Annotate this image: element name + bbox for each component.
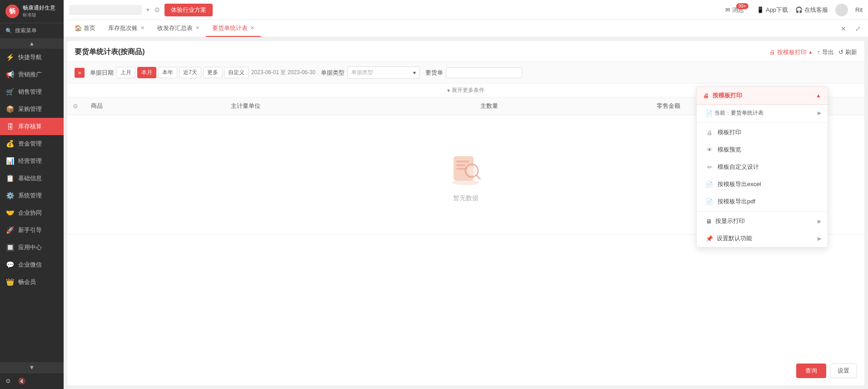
dropdown-display-print[interactable]: 🖥 按显示打印 ▶ [697, 212, 828, 230]
sidebar-item-marketing[interactable]: 📢 营销推广 [0, 66, 64, 83]
display-print-label: 按显示打印 [715, 217, 745, 225]
tab-inventory-batch-close[interactable]: ✕ [140, 25, 145, 31]
date-btn-last-month[interactable]: 上月 [116, 67, 135, 78]
template-print-btn[interactable]: 🖨 按模板打印 ▲ [769, 48, 813, 56]
date-btn-this-month[interactable]: 本月 [137, 67, 156, 78]
query-btn[interactable]: 查询 [796, 364, 826, 378]
sound-icon[interactable]: 🔇 [18, 378, 25, 384]
content-area: 要货单统计表(按商品) 🖨 按模板打印 ▲ ↑ 导出 ↺ 刷新 » [67, 41, 864, 385]
tab-order-stats-close[interactable]: ✕ [250, 25, 254, 31]
sidebar-item-label: 应用中心 [18, 243, 42, 252]
settings-icon[interactable]: ⚙ [5, 378, 11, 384]
dropdown-item-template-print[interactable]: 🖨 模板打印 [697, 124, 828, 141]
goods-input[interactable] [446, 67, 522, 78]
sidebar-item-purchase[interactable]: 📦 采购管理 [0, 101, 64, 118]
sidebar-item-label: 企业协同 [18, 209, 42, 217]
export-btn[interactable]: ↑ 导出 [818, 48, 834, 56]
sidebar-item-basic[interactable]: 📋 基础信息 [0, 170, 64, 187]
dropdown-collapse-icon[interactable]: ▲ [816, 92, 821, 99]
tab-home-label: 首页 [84, 24, 95, 32]
window-controls: ✕ ⤢ [833, 20, 868, 37]
app-download-btn[interactable]: 📱 App下载 [757, 6, 788, 14]
table-gear-icon[interactable]: ⚙ [73, 103, 78, 110]
app-name: 畅康通好生意 [23, 5, 55, 12]
window-expand-icon[interactable]: ⤢ [852, 23, 864, 34]
printer-icon: 🖨 [769, 49, 775, 56]
sidebar-search[interactable]: 🔍 搜索菜单 [0, 23, 64, 38]
sidebar-search-label: 搜索菜单 [15, 27, 37, 35]
scroll-down-btn[interactable]: ▼ [0, 362, 64, 373]
marketing-icon: 📢 [5, 71, 15, 79]
message-btn[interactable]: ✉ 消息 99+ [725, 6, 744, 14]
tab-inventory-batch[interactable]: 库存批次账 ✕ [102, 20, 151, 37]
sidebar-items: ⚡ 快捷导航 📢 营销推广 🛒 销售管理 📦 采购管理 🗄 库存核算 💰 资金管… [0, 49, 64, 362]
sidebar-item-label: 采购管理 [18, 105, 42, 113]
order-type-filter-group: 单据类型 单据类型 ▾ [321, 66, 420, 79]
dropdown-set-default[interactable]: 📌 设置默认功能 ▶ [697, 230, 828, 247]
dropdown-item-template-excel[interactable]: 📄 按模板导出excel [697, 176, 828, 193]
display-print-chevron-icon: ▶ [818, 218, 821, 224]
chevron-down-icon: ▾ [447, 87, 450, 94]
sidebar-item-collab[interactable]: 🤝 企业协同 [0, 204, 64, 222]
goods-label: 要货单 [425, 69, 443, 77]
template-excel-label: 按模板导出excel [718, 180, 761, 188]
tab-stock-summary[interactable]: 收发存汇总表 ✕ [151, 20, 206, 37]
dropdown-item-template-design[interactable]: ✏ 模板自定义设计 [697, 158, 828, 176]
refresh-btn[interactable]: ↺ 刷新 [838, 48, 857, 56]
set-default-icon: 📌 [706, 235, 713, 242]
sidebar-item-label: 新手引导 [18, 226, 42, 234]
order-type-select[interactable]: 单据类型 ▾ [347, 66, 420, 79]
date-btn-7days[interactable]: 近7天 [179, 67, 201, 78]
select-chevron-icon: ▾ [413, 70, 416, 76]
template-print-item-label: 模板打印 [718, 128, 741, 136]
sidebar-item-system[interactable]: ⚙️ 系统管理 [0, 187, 64, 204]
sidebar-item-label: 企业微信 [18, 261, 42, 269]
th-unit: 主计量单位 [225, 97, 475, 115]
template-pdf-label: 按模板导出pdf [718, 197, 755, 206]
scroll-up-btn[interactable]: ▲ [0, 38, 64, 49]
sidebar-item-wechat[interactable]: 💬 企业微信 [0, 256, 64, 273]
download-icon: 📱 [757, 6, 764, 13]
date-btn-custom[interactable]: 自定义 [224, 67, 249, 78]
search-icon: 🔍 [5, 28, 12, 34]
sidebar-item-apps[interactable]: 🔲 应用中心 [0, 239, 64, 256]
sidebar-item-operation[interactable]: 📊 经营管理 [0, 152, 64, 170]
tab-stock-summary-close[interactable]: ✕ [195, 25, 200, 31]
avatar [835, 4, 848, 16]
sidebar-item-finance[interactable]: 💰 资金管理 [0, 135, 64, 152]
template-print-label: 按模板打印 [777, 48, 807, 56]
online-service-label: 在线客服 [804, 6, 828, 14]
date-filter-group: 单据日期 上月 本月 本年 近7天 更多 自定义 2023-06-01 至 20… [90, 67, 315, 78]
display-print-icon: 🖥 [706, 218, 712, 225]
chevron-down-icon[interactable]: ▾ [146, 6, 150, 13]
search-input[interactable] [69, 5, 142, 15]
sidebar-item-guide[interactable]: 🚀 新手引导 [0, 222, 64, 239]
sidebar-item-inventory[interactable]: 🗄 库存核算 [0, 118, 64, 135]
sidebar-item-label: 快捷导航 [18, 53, 42, 61]
tab-inventory-batch-label: 库存批次账 [108, 24, 138, 32]
sidebar-item-sales[interactable]: 🛒 销售管理 [0, 83, 64, 101]
dropdown-current-item[interactable]: 📄 当前：要货单统计表 ▶ [697, 105, 828, 121]
template-design-icon: ✏ [706, 164, 713, 171]
date-btn-more[interactable]: 更多 [203, 67, 222, 78]
sidebar-item-shortcut[interactable]: ⚡ 快捷导航 [0, 49, 64, 66]
logo-icon: 畅 [5, 5, 19, 18]
trial-btn[interactable]: 体验行业方案 [165, 4, 213, 16]
date-btn-this-year[interactable]: 本年 [158, 67, 177, 78]
topbar: ▾ ⚙ 体验行业方案 ✉ 消息 99+ 📱 App下载 🎧 在线客服 Rit [64, 0, 868, 20]
apps-icon: 🔲 [5, 243, 15, 252]
sidebar-item-member[interactable]: 👑 畅会员 [0, 273, 64, 291]
th-product: 商品 [85, 97, 225, 115]
settings-icon[interactable]: ⚙ [154, 6, 160, 14]
dropdown-item-template-preview[interactable]: 👁 模板预览 [697, 141, 828, 158]
filter-expand-icon[interactable]: » [75, 68, 85, 78]
tab-order-stats[interactable]: 要货单统计表 ✕ [206, 20, 261, 37]
sidebar: 畅 畅康通好生意 标准版 🔍 搜索菜单 ▲ ⚡ 快捷导航 📢 营销推广 🛒 销售… [0, 0, 64, 389]
dropdown-header[interactable]: 🖨 按模板打印 ▲ [697, 87, 828, 105]
dropdown-item-template-pdf[interactable]: 📄 按模板导出pdf [697, 193, 828, 210]
tab-home[interactable]: 🏠 首页 [68, 20, 102, 37]
settings-btn[interactable]: 设置 [830, 364, 857, 378]
online-service-btn[interactable]: 🎧 在线客服 [795, 6, 828, 14]
collab-icon: 🤝 [5, 209, 15, 217]
window-close-icon[interactable]: ✕ [837, 23, 850, 34]
